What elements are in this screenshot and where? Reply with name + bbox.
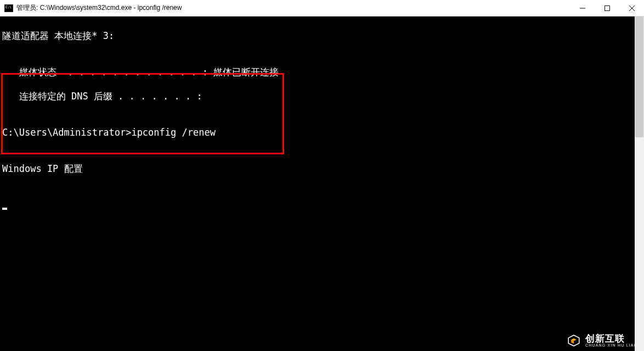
close-icon: [629, 5, 635, 11]
window-title: 管理员: C:\Windows\system32\cmd.exe - ipcon…: [16, 3, 182, 13]
terminal-line: C:\Users\Administrator>ipconfig /renew: [2, 126, 632, 138]
svg-rect-1: [605, 5, 609, 10]
scrollbar-track[interactable]: [635, 16, 644, 351]
cmd-icon: [4, 4, 13, 12]
watermark-logo-icon: [567, 333, 581, 348]
maximize-icon: [605, 5, 610, 11]
scrollbar-thumb[interactable]: [635, 16, 643, 137]
titlebar-left: 管理员: C:\Windows\system32\cmd.exe - ipcon…: [0, 3, 182, 13]
window-titlebar: 管理员: C:\Windows\system32\cmd.exe - ipcon…: [0, 0, 644, 16]
close-button[interactable]: [619, 0, 644, 16]
watermark-en: CHUANG XIN HU LIAN: [585, 343, 637, 347]
terminal-line: 媒体状态 . . . . . . . . . . . . : 媒体已断开连接: [2, 66, 632, 78]
terminal-line: 隧道适配器 本地连接* 3:: [2, 30, 632, 42]
terminal-cursor-line: [2, 199, 632, 211]
terminal-line: 连接特定的 DNS 后缀 . . . . . . . :: [2, 90, 632, 102]
cursor: [2, 208, 7, 210]
minimize-icon: [580, 5, 585, 11]
maximize-button[interactable]: [595, 0, 619, 16]
watermark-cn: 创新互联: [585, 334, 637, 344]
watermark-text: 创新互联 CHUANG XIN HU LIAN: [585, 334, 637, 348]
titlebar-controls: [570, 0, 644, 16]
minimize-button[interactable]: [570, 0, 595, 16]
watermark: 创新互联 CHUANG XIN HU LIAN: [567, 333, 637, 348]
terminal-line: Windows IP 配置: [2, 163, 632, 175]
terminal-output[interactable]: 隧道适配器 本地连接* 3: 媒体状态 . . . . . . . . . . …: [0, 16, 635, 351]
